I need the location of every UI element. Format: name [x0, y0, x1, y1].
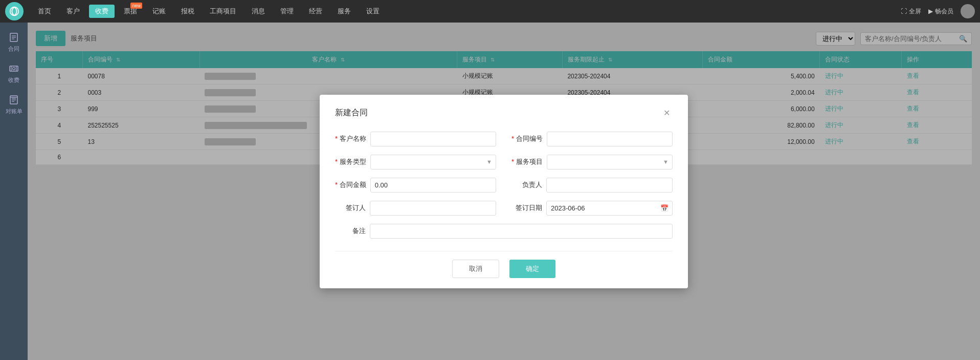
- nav-item-shoufe[interactable]: 收费: [89, 5, 115, 18]
- remark-input[interactable]: [370, 224, 673, 239]
- sign-date-label: 签订日期: [511, 203, 542, 213]
- dialog-header: 新建合同 ✕: [335, 107, 673, 119]
- fullscreen-btn[interactable]: ⛶ 全屏: [901, 7, 921, 16]
- contract-icon: [8, 32, 19, 43]
- money-icon: [8, 63, 19, 74]
- sidebar-contract-label: 合同: [8, 45, 19, 53]
- contract-no-label: 合同编号: [511, 134, 543, 143]
- cancel-button[interactable]: 取消: [452, 260, 499, 278]
- sidebar: 合同 收费: [0, 23, 28, 360]
- contract-amount-row: 合同金额: [335, 178, 496, 193]
- modal-overlay: 新建合同 ✕ 客户名称 合同编号 服务类型: [28, 23, 980, 360]
- customer-name-row: 客户名称: [335, 132, 496, 146]
- service-type-select-wrap: ▼: [370, 155, 496, 170]
- nav-item-gongshang[interactable]: 工商项目: [204, 5, 242, 18]
- service-type-row: 服务类型 ▼: [335, 155, 496, 170]
- sidebar-item-contract[interactable]: 合同: [2, 28, 26, 57]
- customer-name-input[interactable]: [370, 132, 496, 146]
- nav-item-guanli[interactable]: 管理: [274, 5, 300, 18]
- nav-item-baoshui[interactable]: 报税: [175, 5, 201, 18]
- svg-point-0: [10, 7, 19, 16]
- service-item-select-wrap: ▼: [547, 155, 673, 170]
- responsible-person-input[interactable]: [546, 178, 673, 193]
- nav-item-xiaoxi[interactable]: 消息: [246, 5, 271, 18]
- nav-items: 首页 客户 收费 票据 new 记账 报税 工商项目 消息 管理 经营 服务 设…: [32, 5, 901, 18]
- sidebar-duizhang-label: 对账单: [6, 108, 23, 115]
- app-logo: [5, 2, 24, 20]
- new-badge: new: [130, 3, 142, 9]
- dialog-form: 客户名称 合同编号 服务类型 ▼: [335, 132, 673, 239]
- confirm-button[interactable]: 确定: [509, 260, 555, 278]
- signer-label: 签订人: [335, 203, 366, 213]
- customer-name-label: 客户名称: [335, 134, 366, 143]
- play-icon: ▶: [928, 8, 933, 15]
- nav-item-home[interactable]: 首页: [32, 5, 57, 18]
- nav-item-piaoju[interactable]: 票据 new: [118, 5, 143, 18]
- contract-amount-input[interactable]: [370, 178, 496, 193]
- top-nav: 首页 客户 收费 票据 new 记账 报税 工商项目 消息 管理 经营 服务 设…: [0, 0, 980, 23]
- nav-right: ⛶ 全屏 ▶ 畅会员: [901, 4, 975, 18]
- nav-item-fuwu[interactable]: 服务: [331, 5, 357, 18]
- responsible-person-label: 负责人: [511, 180, 542, 189]
- svg-point-6: [13, 68, 15, 70]
- service-type-select[interactable]: [370, 155, 496, 170]
- member-btn[interactable]: ▶ 畅会员: [928, 7, 953, 16]
- signer-input[interactable]: [370, 201, 496, 216]
- service-item-select[interactable]: [547, 155, 673, 170]
- sign-date-wrap: 📅: [546, 201, 673, 216]
- nav-item-jizhang[interactable]: 记账: [146, 5, 172, 18]
- dialog-footer: 取消 确定: [335, 251, 673, 278]
- user-avatar[interactable]: [961, 4, 975, 18]
- new-contract-dialog: 新建合同 ✕ 客户名称 合同编号 服务类型: [320, 95, 688, 288]
- responsible-person-row: 负责人: [511, 178, 673, 193]
- service-type-label: 服务类型: [335, 157, 366, 166]
- content-area: 新增 服务项目 进行中 已结束 全部 🔍 序号 合同编号 ⇅: [28, 23, 980, 360]
- sign-date-row: 签订日期 📅: [511, 201, 673, 216]
- fullscreen-label: 全屏: [909, 7, 921, 16]
- remark-row: 备注: [335, 224, 673, 239]
- sidebar-item-duizhang[interactable]: 对账单: [2, 90, 26, 119]
- nav-item-customer[interactable]: 客户: [60, 5, 86, 18]
- sidebar-item-shoufei[interactable]: 收费: [2, 59, 26, 88]
- contract-amount-label: 合同金额: [335, 180, 366, 189]
- member-label: 畅会员: [935, 7, 953, 16]
- sidebar-shoufei-label: 收费: [8, 76, 19, 84]
- dialog-close-button[interactable]: ✕: [660, 107, 673, 119]
- service-item-label: 服务项目: [511, 157, 543, 166]
- contract-no-row: 合同编号: [511, 132, 673, 146]
- signer-row: 签订人: [335, 201, 496, 216]
- fullscreen-icon: ⛶: [901, 8, 907, 15]
- nav-item-jingying[interactable]: 经营: [303, 5, 328, 18]
- remark-label: 备注: [335, 226, 366, 236]
- nav-item-shezhi[interactable]: 设置: [360, 5, 386, 18]
- dialog-title: 新建合同: [335, 108, 368, 118]
- sign-date-input[interactable]: [546, 201, 673, 216]
- list-icon: [8, 94, 19, 105]
- service-item-row: 服务项目 ▼: [511, 155, 673, 170]
- main-layout: 合同 收费: [0, 23, 980, 360]
- contract-no-input[interactable]: [547, 132, 673, 146]
